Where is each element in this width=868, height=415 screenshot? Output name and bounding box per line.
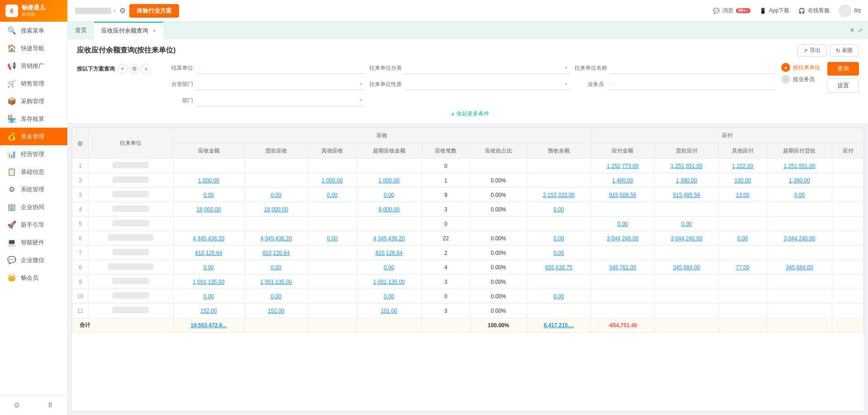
cell-ar_overdue[interactable]: 0.00 <box>356 188 421 202</box>
cell-ar_overdue[interactable]: 1,001,135.00 <box>356 275 421 289</box>
cell-ar_prepaid[interactable]: 0.00 <box>527 231 590 246</box>
staff-input[interactable]: ··· <box>607 78 776 90</box>
cell-ar_prepaid[interactable]: 655,636.75 <box>527 260 590 275</box>
cell-ar_goods[interactable]: 152.00 <box>244 304 308 318</box>
cell-ar_amount[interactable]: 810,126.64 <box>173 246 244 260</box>
sidebar-settings-icon[interactable]: ⚙ <box>14 401 20 410</box>
sidebar-item-basic[interactable]: 📋 基础信息 <box>0 163 67 181</box>
cell-ap_goods[interactable]: 1,251,551.00 <box>655 159 718 173</box>
sidebar-item-search[interactable]: 🔍 搜索菜单 <box>0 22 67 39</box>
total-ar-amount[interactable]: 19,553,472,6... <box>173 318 244 333</box>
setting-button[interactable]: 设置 <box>827 78 859 93</box>
cell-ap_goods[interactable]: 3,044,240.00 <box>655 231 718 246</box>
cell-ar_amount[interactable]: 1,000.00 <box>173 173 244 188</box>
export-button[interactable]: ↗ 导出 <box>797 44 826 57</box>
cell-ar_overdue[interactable]: 1,000.00 <box>356 173 421 188</box>
cell-ar_overdue[interactable]: 4,345,436.20 <box>356 231 421 246</box>
jiesuan-unit-input[interactable]: ··· <box>196 62 365 74</box>
cell-ar_prepaid[interactable]: 0.00 <box>527 246 590 260</box>
sidebar-item-finance[interactable]: 💰 资金管理 <box>0 128 67 145</box>
messages-group[interactable]: 💬 消息 99++ <box>713 7 750 14</box>
cell-ar_goods[interactable]: 4,345,436.20 <box>244 231 308 246</box>
partner-nature-select[interactable]: ▾ <box>405 78 571 90</box>
cell-ap_goods[interactable]: 345,684.00 <box>655 260 718 275</box>
cell-ap_overdue[interactable]: 0.00 <box>767 188 832 202</box>
cell-ar_amount[interactable]: 0.00 <box>173 188 244 202</box>
cell-ap_amount[interactable]: 915,508.56 <box>591 188 655 202</box>
maximize-icon[interactable]: ⤢ <box>858 27 863 33</box>
sidebar-collapse-icon[interactable]: ⏸ <box>47 401 54 410</box>
cell-ar_amount[interactable]: 4,345,436.20 <box>173 231 244 246</box>
cell-ap_amount[interactable]: 3,044,240.00 <box>591 231 655 246</box>
dept-select[interactable]: ▾ <box>196 78 365 90</box>
cell-ar_goods[interactable]: 18,000.00 <box>244 202 308 217</box>
cell-ap_amount[interactable]: 345,761.00 <box>591 260 655 275</box>
cell-ar_overdue[interactable]: 0.00 <box>356 289 421 304</box>
collapse-button[interactable]: ∧ 收起更多条件 <box>451 110 489 118</box>
cell-ar_goods[interactable]: 1,001,135.00 <box>244 275 308 289</box>
user-group[interactable]: Rit <box>839 5 861 17</box>
cell-ar_amount[interactable]: 152.00 <box>173 304 244 318</box>
partner-name-input[interactable] <box>610 62 776 74</box>
cell-ar_prepaid[interactable]: 0.00 <box>527 289 590 304</box>
sidebar-item-marketing[interactable]: 📢 营销推广 <box>0 57 67 75</box>
sidebar-item-guide[interactable]: 🚀 新手引导 <box>0 216 67 234</box>
sidebar-item-purchase[interactable]: 📦 采购管理 <box>0 92 67 110</box>
cell-ap_goods[interactable]: 915,495.56 <box>655 188 718 202</box>
solution-button[interactable]: 体验行业方案 <box>129 4 179 18</box>
cell-ar_other[interactable]: 1,000.00 <box>308 173 356 188</box>
view-by-staff[interactable]: ○ 按业务员 <box>781 75 822 84</box>
cell-ar_amount[interactable]: 18,000.00 <box>173 202 244 217</box>
table-settings-icon[interactable]: ⚙ <box>77 140 83 147</box>
cell-ap_overdue[interactable]: 3,044,240.00 <box>767 231 832 246</box>
cell-ap_overdue[interactable]: 345,684.00 <box>767 260 832 275</box>
cell-ap_goods[interactable]: 1,390.00 <box>655 173 718 188</box>
top-bar-settings-icon[interactable]: ⚙ <box>119 6 126 15</box>
cell-ap_overdue[interactable]: 1,390.00 <box>767 173 832 188</box>
sidebar-item-device[interactable]: 💻 智能硬件 <box>0 234 67 251</box>
tab-home[interactable]: 首页 <box>68 22 94 39</box>
sidebar-item-member[interactable]: 👑 畅会员 <box>0 269 67 286</box>
dept2-select[interactable]: ▾ <box>196 95 365 106</box>
tab-query[interactable]: 应收应付余额查询 × <box>94 22 163 39</box>
sidebar-item-inventory[interactable]: 🏪 库存核算 <box>0 110 67 128</box>
cell-ar_amount[interactable]: 0.00 <box>173 260 244 275</box>
sidebar-item-system[interactable]: ⚙ 系统管理 <box>0 181 67 198</box>
th-settings[interactable]: ⚙ <box>72 128 89 159</box>
online-service-group[interactable]: 🎧 在线客服 <box>798 7 830 14</box>
close-window-icon[interactable]: ✕ <box>850 27 854 33</box>
cell-ar_other[interactable]: 0.00 <box>308 188 356 202</box>
cell-ar_goods[interactable]: 0.00 <box>244 260 308 275</box>
cell-ar_amount[interactable]: 0.00 <box>173 289 244 304</box>
sidebar-item-wechat[interactable]: 💬 企业微信 <box>0 251 67 269</box>
collapse-scheme-button[interactable]: « <box>141 64 151 74</box>
add-scheme-button[interactable]: + <box>118 64 127 74</box>
cell-ar_overdue[interactable]: 810,126.64 <box>356 246 421 260</box>
cell-ap_overdue[interactable]: 1,251,551.00 <box>767 159 832 173</box>
cell-ar_goods[interactable]: 810,126.64 <box>244 246 308 260</box>
cell-ar_prepaid[interactable]: 0.00 <box>527 202 590 217</box>
cell-ap_other[interactable]: 0.00 <box>718 231 767 246</box>
cell-ar_prepaid[interactable]: 2,153,333.00 <box>527 188 590 202</box>
cell-ap_amount[interactable]: 1,252,773.00 <box>591 159 655 173</box>
cell-ap_goods[interactable]: 0.00 <box>655 217 718 231</box>
cell-ar_overdue[interactable]: 0.00 <box>356 260 421 275</box>
partner-class-select[interactable]: ▾ <box>405 62 571 74</box>
cell-ar_overdue[interactable]: 101.00 <box>356 304 421 318</box>
cell-ap_other[interactable]: 77.00 <box>718 260 767 275</box>
tab-close-icon[interactable]: × <box>153 28 156 34</box>
sidebar-item-operations[interactable]: 📊 经营管理 <box>0 145 67 163</box>
settings-scheme-button[interactable]: ⚙ <box>129 64 139 74</box>
app-download-group[interactable]: 📱 App下载 <box>760 7 789 14</box>
cell-ap_other[interactable]: 100.00 <box>718 173 767 188</box>
view-by-partner[interactable]: ● 按往来单位 <box>781 63 822 72</box>
sidebar-item-sales[interactable]: 🛒 销售管理 <box>0 75 67 92</box>
cell-ar_goods[interactable]: 0.00 <box>244 188 308 202</box>
cell-ar_goods[interactable]: 0.00 <box>244 289 308 304</box>
cell-ar_overdue[interactable]: 9,000.00 <box>356 202 421 217</box>
cell-ap_other[interactable]: 13.00 <box>718 188 767 202</box>
refresh-button[interactable]: ↻ 刷新 <box>830 44 859 57</box>
cell-ap_other[interactable]: 1,222.00 <box>718 159 767 173</box>
sidebar-item-enterprise[interactable]: 🏢 企业协同 <box>0 198 67 216</box>
total-ar-prepaid[interactable]: 6,417,215.... <box>527 318 590 333</box>
